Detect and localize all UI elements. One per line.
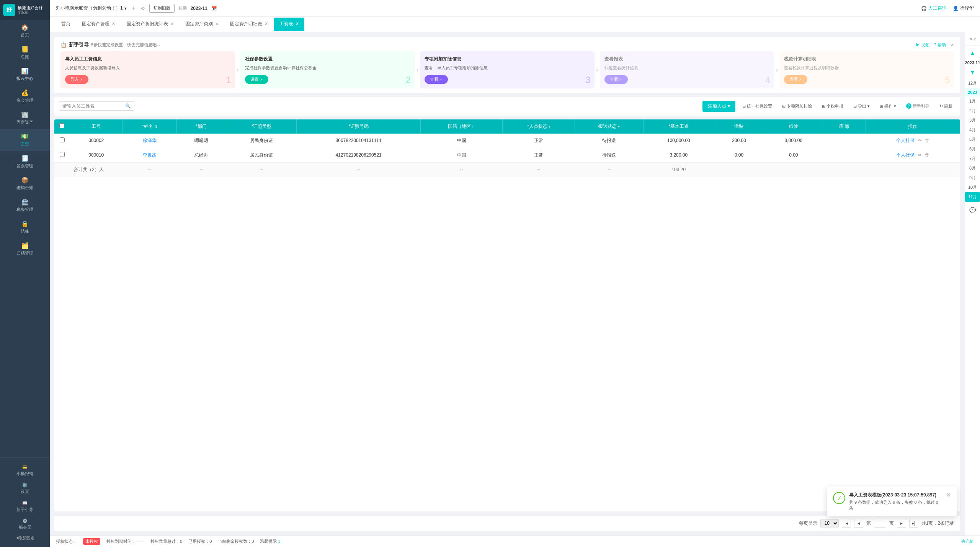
- month-7[interactable]: 7月: [965, 154, 980, 163]
- guide-button[interactable]: ? 新手引导: [903, 102, 933, 111]
- down-arrow-icon[interactable]: ▼: [970, 68, 976, 77]
- tab-detail[interactable]: 固定资产明细账 ✕: [225, 18, 273, 31]
- tab-home[interactable]: 首页: [56, 18, 76, 31]
- month-5[interactable]: 5月: [965, 135, 980, 144]
- search-icon[interactable]: 🔍: [125, 103, 131, 109]
- user-profile[interactable]: 👤 徐泽华: [953, 5, 974, 11]
- special-deduction-button[interactable]: ⊞ 专项附加扣除: [779, 102, 815, 111]
- row-2-name-link[interactable]: 李俊杰: [143, 152, 157, 158]
- tab-depreciation[interactable]: 固定资产折旧统计表 ✕: [121, 18, 179, 31]
- social-insurance-button[interactable]: ⊞ 统一社保设置: [739, 102, 775, 111]
- guide-step-2-btn[interactable]: 设置＞: [245, 75, 268, 84]
- settings-gear-icon[interactable]: ⚙: [140, 5, 145, 11]
- submit-filter-icon[interactable]: ▾: [618, 124, 620, 129]
- close-tab-payroll[interactable]: ✕: [296, 21, 299, 26]
- video-link[interactable]: ▶ 视频: [916, 42, 929, 48]
- row-2-action-link[interactable]: 个人社保: [896, 152, 915, 158]
- month-8[interactable]: 8月: [965, 163, 980, 173]
- prev-page-button[interactable]: ◂: [854, 519, 863, 528]
- first-page-button[interactable]: |◂: [842, 519, 851, 528]
- sidebar-item-fixed-assets[interactable]: 🏢 固定资产: [0, 107, 50, 129]
- panel-down-arrow: ▼: [970, 67, 976, 78]
- month-2[interactable]: 2月: [965, 106, 980, 116]
- consult-button[interactable]: 🎧 人工咨询: [921, 5, 947, 11]
- help-link[interactable]: ? 帮助: [934, 42, 946, 48]
- page-of-label: 页: [889, 520, 894, 527]
- sidebar-item-close[interactable]: 🔒 结账: [0, 216, 50, 238]
- row-1-action-link[interactable]: 个人社保: [896, 138, 915, 143]
- unpin-button[interactable]: ◀取消固定: [4, 533, 46, 543]
- row-1-edit-icon[interactable]: ✏: [918, 138, 922, 143]
- guide-step-5-btn[interactable]: 查看＞: [784, 75, 807, 84]
- refresh-button[interactable]: ↻ 刷新: [936, 102, 956, 111]
- guide-step-4-btn[interactable]: 查看＞: [604, 75, 628, 84]
- tax-report-button[interactable]: ⊞ 个税申报: [819, 102, 846, 111]
- status-filter-icon[interactable]: ▾: [549, 124, 550, 129]
- row-2-checkbox[interactable]: [60, 152, 65, 157]
- last-page-button[interactable]: ▸|: [909, 519, 918, 528]
- sidebar-item-home[interactable]: 🏠 首页: [0, 20, 50, 42]
- sidebar-item-payroll[interactable]: 💵 工资: [0, 129, 50, 151]
- video-icon: ▶: [916, 42, 920, 47]
- add-account-icon[interactable]: ＋: [131, 4, 137, 12]
- sidebar-item-reports[interactable]: 📊 报表中心: [0, 64, 50, 85]
- month-1[interactable]: 1月: [965, 96, 980, 106]
- recharge-link[interactable]: 去充值: [961, 539, 974, 544]
- sidebar-item-archive[interactable]: 🗂️ 归档管理: [0, 238, 50, 260]
- close-tab-detail[interactable]: ✕: [265, 21, 268, 26]
- month-11[interactable]: 11月: [965, 192, 980, 202]
- month-3[interactable]: 3月: [965, 116, 980, 125]
- row-1-checkbox[interactable]: [60, 137, 65, 142]
- month-6[interactable]: 6月: [965, 144, 980, 154]
- switch-version-button[interactable]: 切到旧版: [149, 4, 175, 13]
- year-2023[interactable]: 2023: [965, 88, 980, 96]
- sidebar-item-ledger[interactable]: 📒 总账: [0, 42, 50, 64]
- sidebar-item-settings[interactable]: ⚙️ 设置: [4, 480, 46, 498]
- up-arrow-icon[interactable]: ▲: [970, 49, 976, 57]
- page-number-input[interactable]: 1: [874, 519, 886, 528]
- next-page-button[interactable]: ▸: [897, 519, 906, 528]
- month-12[interactable]: 12月: [965, 78, 980, 88]
- export-button[interactable]: ⊞ 导出 ▾: [850, 102, 873, 111]
- sidebar-item-inventory[interactable]: 📦 进销台账: [0, 173, 50, 194]
- fixed-assets-icon: 🏢: [21, 111, 29, 118]
- col-id-number: *证照号码: [297, 119, 420, 134]
- toast-desc: 共 9 条数据，成功导入 9 条，失败 0 条，跳过 0 条: [849, 500, 942, 511]
- panel-close-button[interactable]: ✕ ⤢: [965, 32, 980, 46]
- close-tab-depreciation[interactable]: ✕: [170, 21, 174, 26]
- sidebar-item-guide[interactable]: 📖 新手引导: [4, 498, 46, 516]
- row-2-delete-icon[interactable]: 🗑: [925, 152, 929, 158]
- row-1-name-link[interactable]: 徐泽华: [143, 138, 157, 143]
- panel-feedback-icon[interactable]: 💬: [966, 203, 980, 217]
- row-1-submit: 待报送: [575, 134, 643, 148]
- search-input[interactable]: [62, 103, 124, 109]
- calendar-icon[interactable]: 📅: [211, 6, 217, 11]
- tab-categories[interactable]: 固定资产类别 ✕: [180, 18, 224, 31]
- month-4[interactable]: 4月: [965, 125, 980, 135]
- sidebar-item-invoices[interactable]: 🧾 发票管理: [0, 151, 50, 173]
- row-1-delete-icon[interactable]: 🗑: [925, 138, 929, 143]
- tab-payroll[interactable]: 工资表 ✕: [274, 18, 304, 31]
- close-tab-fixed-assets[interactable]: ✕: [112, 21, 115, 26]
- sidebar-item-funds[interactable]: 💰 资金管理: [0, 85, 50, 107]
- close-guide-button[interactable]: ✕: [951, 42, 954, 47]
- guide-step-3-btn[interactable]: 查看＞: [425, 75, 448, 84]
- month-10[interactable]: 10月: [965, 183, 980, 192]
- add-employee-button[interactable]: 添加人员 ▾: [702, 101, 735, 112]
- account-selector[interactable]: 刘小艳演示账套（勿删勿动！）1 ▾: [56, 5, 127, 11]
- tab-fixed-assets[interactable]: 固定资产管理 ✕: [77, 18, 121, 31]
- toast-close-button[interactable]: ✕: [946, 492, 951, 498]
- per-page-select[interactable]: 10 20 50: [820, 519, 839, 527]
- guide-step-1-btn[interactable]: 导入＞: [65, 75, 88, 84]
- sidebar-item-vip[interactable]: 🅥 畅会员: [4, 516, 46, 533]
- sidebar-item-expense[interactable]: 💳 小畅报销: [4, 462, 46, 480]
- operations-button[interactable]: ⊞ 操作 ▾: [877, 102, 899, 111]
- close-tab-categories[interactable]: ✕: [215, 21, 219, 26]
- dropdown-icon: ▾: [124, 6, 127, 11]
- month-9[interactable]: 9月: [965, 173, 980, 183]
- toast-title: 导入工资表模板(2023-03-23 15:07:59.897): [849, 492, 942, 498]
- select-all-checkbox[interactable]: [59, 123, 64, 128]
- sidebar-item-tax[interactable]: 🏦 税务管理: [0, 194, 50, 216]
- name-sort-icon[interactable]: ⇅: [154, 124, 157, 129]
- row-2-edit-icon[interactable]: ✏: [918, 152, 922, 158]
